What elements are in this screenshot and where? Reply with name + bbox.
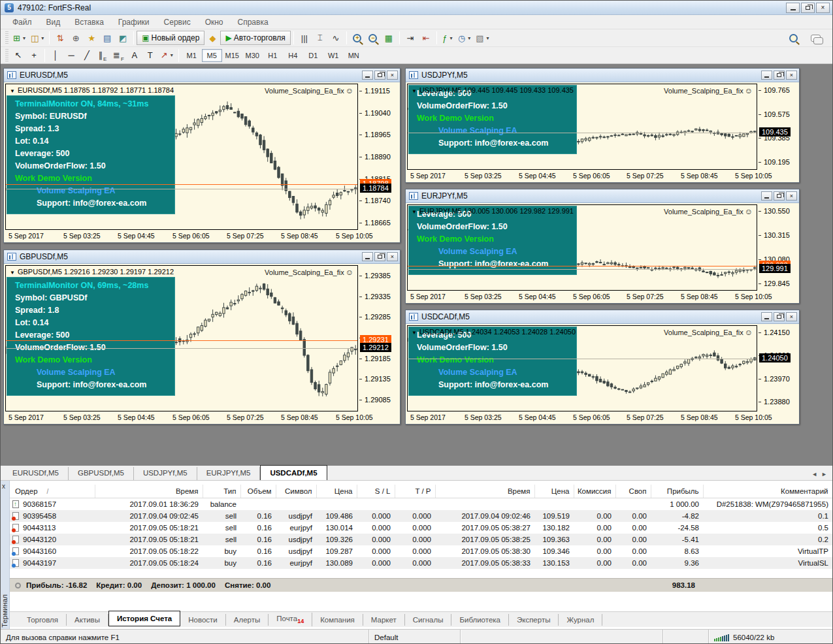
- smiley-icon[interactable]: ☺: [346, 86, 353, 95]
- dropdown-caret-icon[interactable]: ▾: [171, 52, 173, 58]
- text-button[interactable]: A: [127, 48, 142, 63]
- column-header-profit[interactable]: Прибыль: [651, 485, 703, 498]
- collapse-triangle-icon[interactable]: ▼: [10, 270, 15, 276]
- vertical-line-button[interactable]: │: [48, 48, 63, 63]
- profiles-button[interactable]: ◫▾: [28, 31, 46, 45]
- status-connection[interactable]: 56040/22 kb: [708, 630, 832, 644]
- column-header-time[interactable]: Время: [95, 485, 203, 498]
- column-header-order[interactable]: Ордер/: [10, 485, 95, 498]
- column-header-tp[interactable]: T / P: [395, 485, 435, 498]
- collapse-triangle-icon[interactable]: ▼: [412, 88, 417, 94]
- close-button[interactable]: ×: [816, 3, 830, 13]
- price-axis[interactable]: 130.550130.315130.080129.845130.023129.9…: [759, 204, 798, 291]
- chart-tab-gbpusdf-m5[interactable]: GBPUSDf,M5: [69, 467, 134, 480]
- chart-minimize-button[interactable]: [761, 191, 772, 201]
- terminal-tab-journal[interactable]: Журнал: [559, 614, 602, 626]
- chart-plot[interactable]: Leverage: 500VolumeOrderFlow: 1.50Work D…: [407, 84, 757, 170]
- chart-maximize-button[interactable]: [774, 312, 785, 321]
- chart-tab-eurjpyf-m5[interactable]: EURJPYf,M5: [197, 467, 261, 480]
- chart-minimize-button[interactable]: [362, 71, 373, 80]
- time-axis[interactable]: 5 Sep 20175 Sep 03:255 Sep 04:455 Sep 06…: [407, 171, 757, 181]
- menu-item-file[interactable]: Файл: [6, 16, 39, 28]
- history-row[interactable]: 903954582017.09.04 09:02:45sell0.16usdjp…: [10, 510, 832, 522]
- collapse-triangle-icon[interactable]: ▼: [412, 330, 417, 336]
- text-label-button[interactable]: T: [142, 48, 158, 63]
- equidistant-channel-button[interactable]: ∥E: [95, 48, 110, 63]
- column-header-sl[interactable]: S / L: [357, 485, 395, 498]
- crosshair-button[interactable]: +: [26, 48, 42, 63]
- chart-maximize-button[interactable]: [374, 71, 385, 80]
- toolbar-grip[interactable]: [5, 31, 8, 44]
- bar-chart-mode-button[interactable]: |||: [297, 31, 312, 45]
- dropdown-caret-icon[interactable]: ▾: [41, 35, 44, 41]
- price-axis[interactable]: 1.191151.190401.189651.188901.188151.187…: [359, 84, 399, 230]
- time-axis[interactable]: 5 Sep 20175 Sep 03:255 Sep 04:455 Sep 06…: [407, 413, 757, 423]
- timeframe-m15-button[interactable]: M15: [222, 49, 242, 62]
- chart-close-button[interactable]: ×: [786, 71, 797, 80]
- toolbar-grip[interactable]: [5, 49, 8, 62]
- terminal-panel-button[interactable]: ▤: [99, 31, 115, 45]
- terminal-tab-experts[interactable]: Эксперты: [509, 614, 559, 626]
- terminal-tab-assets[interactable]: Активы: [67, 614, 108, 626]
- tile-windows-button[interactable]: ▦: [381, 31, 397, 45]
- chart-window-titlebar[interactable]: USDCADf,M5 ×: [406, 310, 799, 324]
- dropdown-caret-icon[interactable]: ▾: [468, 35, 470, 41]
- column-header-volume[interactable]: Объем: [240, 485, 276, 498]
- new-order-button[interactable]: ▣Новый ордер: [137, 31, 204, 45]
- chart-window-titlebar[interactable]: USDJPYf,M5 ×: [406, 69, 799, 82]
- chart-close-button[interactable]: ×: [387, 252, 398, 261]
- dropdown-caret-icon[interactable]: ▾: [23, 35, 25, 41]
- terminal-tab-account-history[interactable]: История Счета: [108, 611, 180, 626]
- column-header-symbol[interactable]: Символ: [276, 485, 316, 498]
- templates-button[interactable]: ▧▾: [473, 31, 491, 45]
- chart-tab-scroll-right-icon[interactable]: ►: [821, 471, 827, 477]
- menu-item-insert[interactable]: Вставка: [68, 16, 110, 28]
- chart-plot[interactable]: Leverage: 500VolumeOrderFlow: 1.50Work D…: [407, 325, 757, 411]
- timeframe-m5-button[interactable]: M5: [202, 49, 222, 62]
- chart-maximize-button[interactable]: [774, 191, 785, 201]
- new-chart-button[interactable]: ⊞▾: [10, 31, 28, 45]
- price-axis[interactable]: 1.241501.240601.239701.238801.24050: [759, 325, 798, 411]
- history-row[interactable]: 904431972017.09.05 05:18:24buy0.16eurjpy…: [10, 557, 832, 569]
- timeframe-w1-button[interactable]: W1: [323, 49, 344, 62]
- candlestick-mode-button[interactable]: ⌶: [312, 31, 328, 45]
- zoom-out-button[interactable]: −: [365, 31, 381, 45]
- chart-close-button[interactable]: ×: [786, 312, 797, 321]
- column-header-price[interactable]: Цена: [316, 485, 357, 498]
- auto-trading-button[interactable]: ▶Авто-торговля: [220, 31, 290, 45]
- menu-item-charts[interactable]: Графики: [112, 16, 156, 28]
- collapse-triangle-icon[interactable]: ▼: [412, 209, 417, 215]
- chart-minimize-button[interactable]: [761, 71, 772, 80]
- chat-button[interactable]: [808, 31, 823, 45]
- trendline-button[interactable]: ╱: [79, 48, 95, 63]
- terminal-tab-trade[interactable]: Торговля: [19, 614, 67, 626]
- column-header-type[interactable]: Тип: [203, 485, 240, 498]
- menu-item-window[interactable]: Окно: [199, 16, 230, 28]
- chart-close-button[interactable]: ×: [387, 71, 398, 80]
- price-axis[interactable]: 109.765109.575109.385109.195109.435: [759, 84, 798, 170]
- chart-tab-scroll-left-icon[interactable]: ◄: [811, 471, 817, 477]
- cursor-button[interactable]: ↖: [10, 48, 26, 63]
- history-row[interactable]: 904431202017.09.05 05:18:21sell0.16usdjp…: [10, 534, 832, 545]
- metaeditor-button[interactable]: ◆: [204, 31, 220, 45]
- timeframe-m1-button[interactable]: M1: [182, 49, 202, 62]
- account-history-table[interactable]: Ордер/ВремяТипОбъемСимволЦенаS / LT / PВ…: [10, 485, 833, 569]
- strategy-tester-button[interactable]: ◩: [115, 31, 131, 45]
- chart-tab-eurusdf-m5[interactable]: EURUSDf,M5: [3, 467, 69, 480]
- history-row[interactable]: 904431132017.09.05 05:18:21sell0.16eurjp…: [10, 522, 832, 534]
- timeframe-mn-button[interactable]: MN: [344, 49, 364, 62]
- collapse-triangle-icon[interactable]: ▼: [10, 88, 15, 94]
- terminal-tab-library[interactable]: Библиотека: [451, 614, 509, 626]
- terminal-tab-news[interactable]: Новости: [180, 614, 226, 626]
- chart-plot[interactable]: Leverage: 500VolumeOrderFlow: 1.50Work D…: [407, 204, 757, 291]
- column-header-price2[interactable]: Цена: [534, 485, 574, 498]
- terminal-tab-mail[interactable]: Почта14: [269, 613, 312, 626]
- search-button[interactable]: [785, 31, 801, 45]
- time-axis[interactable]: 5 Sep 20175 Sep 03:255 Sep 04:455 Sep 06…: [5, 231, 358, 241]
- shapes-button[interactable]: ↗▾: [158, 48, 176, 63]
- periods-button[interactable]: ◷▾: [455, 31, 473, 45]
- fibonacci-button[interactable]: ≣F: [110, 48, 127, 63]
- zoom-in-button[interactable]: +: [350, 31, 365, 45]
- timeframe-m30-button[interactable]: M30: [242, 49, 263, 62]
- minimize-button[interactable]: [786, 3, 800, 13]
